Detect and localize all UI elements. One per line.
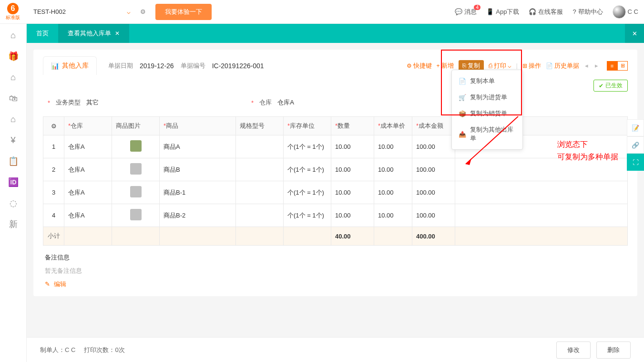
row-spec xyxy=(236,204,284,227)
row-product: 商品A xyxy=(160,135,236,158)
row-index: 4 xyxy=(43,204,64,227)
next-arrow[interactable]: ▸ xyxy=(594,62,599,69)
copy-purchase-item[interactable]: 🛒 复制为进货单 xyxy=(452,89,522,105)
sidebar-clipboard-icon[interactable]: 📋 xyxy=(8,155,19,167)
history-button[interactable]: 📄 历史单据 xyxy=(546,62,579,70)
prev-arrow[interactable]: ◂ xyxy=(584,62,589,69)
help-center-button[interactable]: ? 帮助中心 xyxy=(572,8,603,16)
shortcut-button[interactable]: ⚙ 快捷键 xyxy=(407,62,432,70)
float-link-button[interactable]: 🔗 xyxy=(627,136,644,154)
row-spec xyxy=(236,158,284,181)
try-button[interactable]: 我要体验一下 xyxy=(155,4,212,20)
delete-button[interactable]: 删除 xyxy=(596,341,631,359)
row-spec xyxy=(236,135,284,158)
sidebar-house-icon[interactable]: ⌂ xyxy=(8,72,19,83)
check-icon: ✔ xyxy=(599,83,603,89)
row-qty: 10.00 xyxy=(331,158,374,181)
sidebar-refresh-icon[interactable]: ◌ xyxy=(8,197,19,209)
row-amount: 100.00 xyxy=(412,135,455,158)
float-expand-button[interactable]: ⛶ xyxy=(627,154,644,171)
sidebar-bag-icon[interactable]: 🛍 xyxy=(8,93,19,104)
document-card: 浏览态下 可复制为多种单据 📊 其他入库 单据日期 2019-12-26 单据编… xyxy=(33,50,637,296)
row-available xyxy=(455,204,628,227)
print-info: 打印次数：0次 xyxy=(84,346,124,354)
row-product: 商品B-1 xyxy=(160,181,236,204)
logo-icon: 6 xyxy=(7,3,19,14)
print-button[interactable]: ⎙ 打印 ⌵ xyxy=(489,62,511,70)
row-image xyxy=(112,158,160,181)
subtotal-row: 小计 40.00 400.00 xyxy=(43,227,628,246)
view-grid-button[interactable]: ⊞ xyxy=(617,61,628,71)
tab-home[interactable]: 首页 xyxy=(27,24,58,43)
table-row[interactable]: 1 仓库A 商品A 个(1个 = 1个) 10.00 10.00 100.00 xyxy=(43,135,628,158)
app-download-button[interactable]: 📱 App下载 xyxy=(486,8,519,16)
org-selector[interactable]: TEST-H002 ⌵ xyxy=(30,6,134,17)
col-image: 商品图片 xyxy=(116,122,141,129)
remarks-title: 备注信息 xyxy=(45,253,626,262)
col-amount: 成本金额 xyxy=(419,122,443,129)
row-warehouse: 仓库A xyxy=(64,158,112,181)
row-image xyxy=(112,204,160,227)
user-menu[interactable]: C C xyxy=(613,5,638,19)
app-download-label: App下载 xyxy=(496,8,519,16)
phone-icon: 📱 xyxy=(486,8,494,15)
print-label: 打印 xyxy=(494,62,506,70)
sidebar-home-icon[interactable]: ⌂ xyxy=(8,30,19,41)
chevron-down-icon: ⌵ xyxy=(508,62,511,69)
chevron-down-icon: ⌵ xyxy=(127,8,131,15)
online-service-button[interactable]: 🎧 在线客服 xyxy=(529,8,563,16)
copy-dropdown: 📄 复制本单 🛒 复制为进货单 📦 复制为销货单 📤 复制为其他出库单 xyxy=(451,70,523,150)
sidebar-gift-icon[interactable]: 🎁 xyxy=(8,51,19,62)
sidebar-home2-icon[interactable]: ⌂ xyxy=(8,114,19,125)
inbound-icon: 📊 xyxy=(51,62,59,70)
tab-current[interactable]: 查看其他入库单 ✕ xyxy=(58,24,129,43)
view-list-button[interactable]: ≡ xyxy=(607,61,617,71)
copy-other-out-item[interactable]: 📤 复制为其他出库单 xyxy=(452,122,522,146)
remarks-edit-button[interactable]: ✎ 编辑 xyxy=(45,280,626,289)
date-value: 2019-12-26 xyxy=(140,62,174,70)
row-unit: 个(1个 = 1个) xyxy=(284,181,331,204)
operate-button[interactable]: ⊞ 操作 xyxy=(522,62,541,70)
copy-other-out-label: 复制为其他出库单 xyxy=(470,125,516,143)
col-unit: 库存单位 xyxy=(290,122,315,129)
doc-title: 其他入库 xyxy=(62,62,89,70)
col-price: 成本单价 xyxy=(380,122,405,129)
row-amount: 100.00 xyxy=(412,181,455,204)
sidebar-new-icon[interactable]: 新 xyxy=(8,218,19,230)
row-index: 2 xyxy=(43,158,64,181)
row-available xyxy=(455,158,628,181)
remarks-empty: 暂无备注信息 xyxy=(45,267,626,275)
row-price: 10.00 xyxy=(374,135,412,158)
close-icon[interactable]: ✕ xyxy=(115,30,120,37)
float-note-button[interactable]: 📝 xyxy=(627,119,644,136)
col-qty: 数量 xyxy=(337,122,350,129)
message-button[interactable]: 💬 消息 4 xyxy=(455,8,477,16)
copy-purchase-label: 复制为进货单 xyxy=(470,93,507,102)
settings-icon[interactable]: ⚙ xyxy=(140,8,146,15)
row-qty: 10.00 xyxy=(331,181,374,204)
sidebar-money-icon[interactable]: ¥ xyxy=(8,134,19,146)
remarks-edit-label: 编辑 xyxy=(54,280,66,288)
copy-label: 复制 xyxy=(468,62,480,70)
modify-button[interactable]: 修改 xyxy=(556,341,591,359)
tabs-close-all[interactable]: ✕ xyxy=(625,24,644,43)
row-unit: 个(1个 = 1个) xyxy=(284,204,331,227)
date-label: 单据日期 xyxy=(108,62,133,70)
sidebar-id-icon[interactable]: 🆔 xyxy=(8,176,19,188)
edit-icon: ✎ xyxy=(45,280,50,288)
new-button[interactable]: + 新增 xyxy=(437,62,454,70)
doc-type-tab[interactable]: 📊 其他入库 xyxy=(43,56,97,75)
table-row[interactable]: 2 仓库A 商品B 个(1个 = 1个) 10.00 10.00 100.00 xyxy=(43,158,628,181)
logo[interactable]: 6 标准版 xyxy=(6,3,20,21)
gear-icon[interactable]: ⚙ xyxy=(51,123,57,130)
row-index: 1 xyxy=(43,135,64,158)
row-product: 商品B-2 xyxy=(160,204,236,227)
table-row[interactable]: 4 仓库A 商品B-2 个(1个 = 1个) 10.00 10.00 100.0… xyxy=(43,204,628,227)
tab-current-label: 查看其他入库单 xyxy=(68,29,111,38)
copy-this-item[interactable]: 📄 复制本单 xyxy=(452,73,522,89)
table-row[interactable]: 3 仓库A 商品B-1 个(1个 = 1个) 10.00 10.00 100.0… xyxy=(43,181,628,204)
copy-sale-item[interactable]: 📦 复制为销货单 xyxy=(452,105,522,122)
row-price: 10.00 xyxy=(374,181,412,204)
plus-icon: + xyxy=(437,62,440,69)
row-image xyxy=(112,181,160,204)
